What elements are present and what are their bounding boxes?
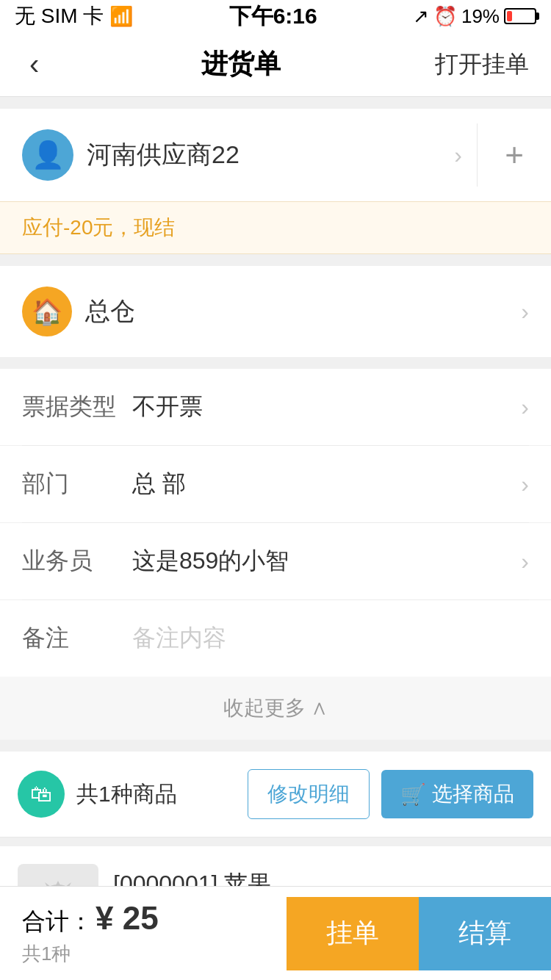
chevron-right-icon: › (521, 394, 529, 421)
remark-label: 备注 (22, 622, 125, 655)
hang-button[interactable]: 挂单 (287, 897, 419, 970)
chevron-right-icon: › (521, 471, 529, 498)
total-amount: ¥ 25 (96, 900, 159, 937)
open-hang-button[interactable]: 打开挂单 (435, 48, 529, 81)
bottom-bar: 合计： ¥ 25 共1种 挂单 结算 (0, 886, 551, 980)
back-button[interactable]: ‹ (22, 40, 46, 88)
bag-icon: 🛍 (30, 782, 52, 807)
supplier-selector[interactable]: 👤 河南供应商22 › (0, 109, 477, 201)
add-button[interactable]: + (478, 109, 551, 201)
alarm-icon: ⏰ (433, 5, 457, 28)
divider-8 (0, 837, 551, 837)
supplier-avatar: 👤 (22, 129, 73, 181)
wifi-icon: 📶 (109, 5, 133, 28)
invoice-label: 票据类型 (22, 391, 125, 423)
battery-icon (504, 8, 536, 24)
edit-detail-button[interactable]: 修改明细 (248, 769, 370, 819)
divider-3 (0, 357, 551, 369)
total-count: 共1种 (22, 941, 264, 967)
status-time: 下午6:16 (229, 1, 317, 32)
dept-label: 部门 (22, 468, 125, 500)
chevron-right-icon: › (521, 548, 529, 575)
dept-value: 总 部 (125, 468, 521, 500)
status-left: 无 SIM 卡 📶 (15, 2, 133, 30)
status-right: ↗ ⏰ 19% (413, 5, 536, 28)
battery-percent: 19% (461, 5, 500, 28)
select-label: 选择商品 (432, 780, 514, 808)
warehouse-row[interactable]: 🏠 总仓 › (0, 266, 551, 357)
products-header: 🛍 共1种商品 修改明细 🛒 选择商品 (0, 752, 551, 837)
remark-row[interactable]: 备注 备注内容 (0, 600, 551, 677)
chevron-right-icon: › (521, 298, 529, 325)
divider-7 (0, 740, 551, 752)
supplier-section: 👤 河南供应商22 › + (0, 109, 551, 201)
warning-bar: 应付-20元，现结 (0, 201, 551, 254)
avatar-icon: 👤 (32, 140, 65, 170)
invoice-value: 不开票 (125, 391, 521, 423)
total-section: 合计： ¥ 25 共1种 (0, 887, 287, 980)
select-product-button[interactable]: 🛒 选择商品 (381, 770, 533, 818)
products-count: 共1种商品 (76, 779, 236, 810)
select-icon: 🛒 (400, 782, 426, 807)
location-icon: ↗ (413, 5, 429, 28)
remark-input[interactable]: 备注内容 (125, 622, 529, 655)
page-title: 进货单 (201, 46, 281, 82)
checkout-button[interactable]: 结算 (419, 897, 551, 970)
dept-row[interactable]: 部门 总 部 › (0, 446, 551, 522)
sales-value: 这是859的小智 (125, 545, 521, 577)
carrier-label: 无 SIM 卡 (15, 2, 104, 30)
supplier-name: 河南供应商22 (87, 138, 441, 172)
divider-2 (0, 254, 551, 266)
divider-1 (0, 97, 551, 109)
warehouse-name: 总仓 (85, 295, 508, 328)
invoice-row[interactable]: 票据类型 不开票 › (0, 369, 551, 445)
warehouse-icon: 🏠 (22, 287, 72, 336)
collapse-bar[interactable]: 收起更多 ∧ (0, 677, 551, 740)
products-icon: 🛍 (18, 771, 65, 818)
total-label: 合计： (22, 906, 93, 938)
nav-bar: ‹ 进货单 打开挂单 (0, 32, 551, 97)
status-bar: 无 SIM 卡 📶 下午6:16 ↗ ⏰ 19% (0, 0, 551, 32)
sales-label: 业务员 (22, 545, 125, 577)
chevron-right-icon: › (454, 142, 462, 169)
sales-row[interactable]: 业务员 这是859的小智 › (0, 523, 551, 599)
